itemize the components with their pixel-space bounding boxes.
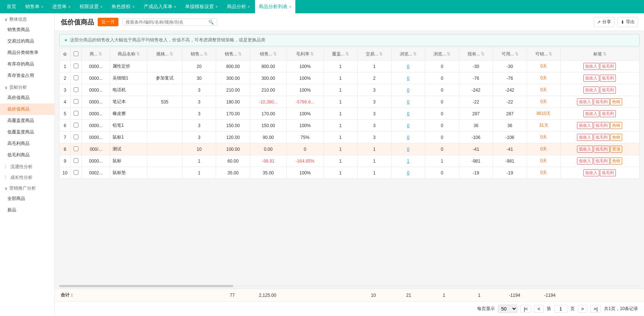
row-spec: 535 bbox=[147, 96, 182, 108]
row-view1-link[interactable]: 1 bbox=[407, 159, 410, 164]
sidebar-item-traded-goods[interactable]: 交易过的商品 bbox=[0, 35, 54, 47]
next-page-btn[interactable]: > bbox=[578, 305, 587, 313]
row-view1-link[interactable]: 0 bbox=[407, 99, 410, 105]
row-view1-link[interactable]: 0 bbox=[407, 123, 410, 128]
col-trade[interactable]: 交易...⇅ bbox=[358, 48, 392, 61]
col-tags[interactable]: 标签⇅ bbox=[561, 48, 640, 61]
row-checkbox[interactable] bbox=[74, 111, 78, 116]
col-sales2[interactable]: 销售...⇅ bbox=[216, 48, 250, 61]
prev-page-btn[interactable]: < bbox=[534, 305, 544, 313]
row-checkbox[interactable] bbox=[74, 135, 78, 139]
col-view2[interactable]: 浏览...⇅ bbox=[425, 48, 459, 61]
sidebar-item-sales-goods[interactable]: 销售类商品 bbox=[0, 24, 54, 35]
col-sales1[interactable]: 销售...⇅ bbox=[182, 48, 216, 61]
per-page-select[interactable]: 50 100 200 bbox=[498, 305, 517, 313]
col-sales3[interactable]: 销售...⇅ bbox=[250, 48, 286, 61]
nav-analysis-list[interactable]: 商品分析列表× bbox=[255, 0, 295, 13]
sidebar-section-growth[interactable]: 〉 成长性分析 bbox=[0, 171, 54, 182]
row-checkbox[interactable] bbox=[74, 158, 78, 163]
col-view1[interactable]: 浏览...⇅ bbox=[391, 48, 425, 61]
col-name[interactable]: 商品名称⇅ bbox=[110, 48, 147, 61]
sidebar-section-circulation[interactable]: 〉 流通性分析 bbox=[0, 161, 54, 171]
nav-inventory[interactable]: 产成品入库单× bbox=[140, 0, 180, 13]
nav-roles[interactable]: 角色授权× bbox=[108, 0, 138, 13]
row-view1-link[interactable]: 0 bbox=[407, 64, 410, 69]
row-checkbox[interactable] bbox=[74, 64, 78, 68]
row-sales3: 35.00 bbox=[250, 167, 286, 179]
row-view1-link[interactable]: 0 bbox=[407, 147, 410, 152]
col-settings[interactable]: ⚙ bbox=[60, 48, 71, 61]
row-checkbox[interactable] bbox=[74, 87, 78, 92]
summary-s3 bbox=[285, 293, 321, 298]
sidebar-item-high-margin[interactable]: 高毛利商品 bbox=[0, 138, 54, 149]
nav-permissions[interactable]: 权限设置× bbox=[76, 0, 106, 13]
col-checkbox-all[interactable] bbox=[71, 48, 82, 61]
nav-close-permissions[interactable]: × bbox=[100, 4, 103, 9]
col-margin-rate[interactable]: 毛利率⇅ bbox=[286, 48, 323, 61]
row-sales3: 800.00 bbox=[250, 61, 286, 72]
col-stock1[interactable]: 现有...⇅ bbox=[459, 48, 493, 61]
row-view1-link[interactable]: 0 bbox=[407, 88, 410, 93]
nav-close-purchase[interactable]: × bbox=[68, 4, 70, 9]
row-checkbox[interactable] bbox=[74, 146, 78, 151]
sidebar-item-category-rate[interactable]: 商品分类销售率 bbox=[0, 47, 54, 58]
row-code: 0000... bbox=[82, 108, 110, 120]
col-stock2[interactable]: 可用...⇅ bbox=[493, 48, 527, 61]
sidebar-item-low-coverage[interactable]: 低覆盖度商品 bbox=[0, 126, 54, 138]
nav-close-roles[interactable]: × bbox=[132, 4, 134, 9]
row-margin-rate: 75% bbox=[286, 132, 323, 143]
page-number-input[interactable] bbox=[554, 305, 567, 313]
sidebar-item-all-goods[interactable]: 全部商品 bbox=[0, 193, 54, 204]
export-button[interactable]: ⬇ 导出 bbox=[617, 17, 638, 27]
sidebar-item-high-coverage[interactable]: 高覆盖度商品 bbox=[0, 115, 54, 126]
row-sales1: 1 bbox=[182, 155, 216, 167]
tag-badge: 低收入 bbox=[583, 169, 599, 176]
nav-close-analysis-list[interactable]: × bbox=[289, 4, 291, 9]
row-days: 0天 bbox=[527, 96, 561, 108]
sidebar-item-low-value[interactable]: 低价值商品 bbox=[0, 103, 54, 115]
row-checkbox[interactable] bbox=[74, 170, 78, 175]
first-page-btn[interactable]: |< bbox=[520, 305, 531, 313]
search-icon[interactable]: 🔍 bbox=[208, 20, 214, 25]
horizontal-scrollbar[interactable] bbox=[59, 285, 640, 287]
nav-home[interactable]: 首页 bbox=[3, 0, 20, 13]
col-days[interactable]: 可销...⇅ bbox=[527, 48, 561, 61]
sidebar-item-low-margin[interactable]: 低毛利商品 bbox=[0, 149, 54, 161]
col-coverage[interactable]: 覆盖...⇅ bbox=[323, 48, 358, 61]
row-coverage: 1 bbox=[323, 132, 358, 143]
row-name: 属性定价 bbox=[110, 61, 147, 72]
nav-close-template[interactable]: × bbox=[215, 4, 218, 9]
scrollbar-thumb[interactable] bbox=[59, 285, 233, 287]
row-margin-rate: 100% bbox=[286, 84, 323, 96]
select-all-checkbox[interactable] bbox=[74, 51, 78, 56]
nav-template[interactable]: 单据模板设置× bbox=[181, 0, 221, 13]
summary-cov: 10 bbox=[356, 293, 391, 298]
nav-close-inventory[interactable]: × bbox=[174, 4, 176, 9]
nav-purchase[interactable]: 进货单× bbox=[48, 0, 74, 13]
row-view1-link[interactable]: 0 bbox=[407, 170, 410, 176]
sidebar-item-stock-capital[interactable]: 库存资金占用 bbox=[0, 70, 54, 81]
share-button[interactable]: ↗ 分享 bbox=[594, 17, 614, 27]
row-view1-link[interactable]: 0 bbox=[407, 111, 410, 116]
col-spec[interactable]: 规格...⇅ bbox=[147, 48, 182, 61]
table-row: 70000...鼠标13120.0090.0075%1300-106-1060天… bbox=[60, 132, 640, 143]
row-sales3: 90.00 bbox=[250, 132, 286, 143]
nav-close-sales[interactable]: × bbox=[41, 4, 43, 9]
search-input[interactable] bbox=[125, 20, 207, 25]
row-view1-link[interactable]: 0 bbox=[407, 135, 410, 140]
sidebar-item-high-value[interactable]: 高价值商品 bbox=[0, 92, 54, 103]
nav-analysis[interactable]: 商品分析× bbox=[223, 0, 254, 13]
nav-close-analysis[interactable]: × bbox=[248, 4, 250, 9]
sidebar-item-new-goods[interactable]: 新品 bbox=[0, 204, 54, 216]
filter-recent-month[interactable]: 近一月 bbox=[98, 18, 118, 26]
row-checkbox[interactable] bbox=[74, 99, 78, 104]
row-checkbox[interactable] bbox=[74, 123, 78, 128]
row-checkbox[interactable] bbox=[74, 75, 78, 80]
last-page-btn[interactable]: >| bbox=[590, 305, 601, 313]
nav-sales[interactable]: 销售单× bbox=[21, 0, 47, 13]
row-spec bbox=[147, 143, 182, 155]
tag-badge: 低毛利 bbox=[594, 157, 610, 164]
row-view1-link[interactable]: 0 bbox=[407, 76, 410, 81]
sidebar-item-stocked-goods[interactable]: 有库存的商品 bbox=[0, 58, 54, 70]
col-code[interactable]: 商...⇅ bbox=[82, 48, 110, 61]
